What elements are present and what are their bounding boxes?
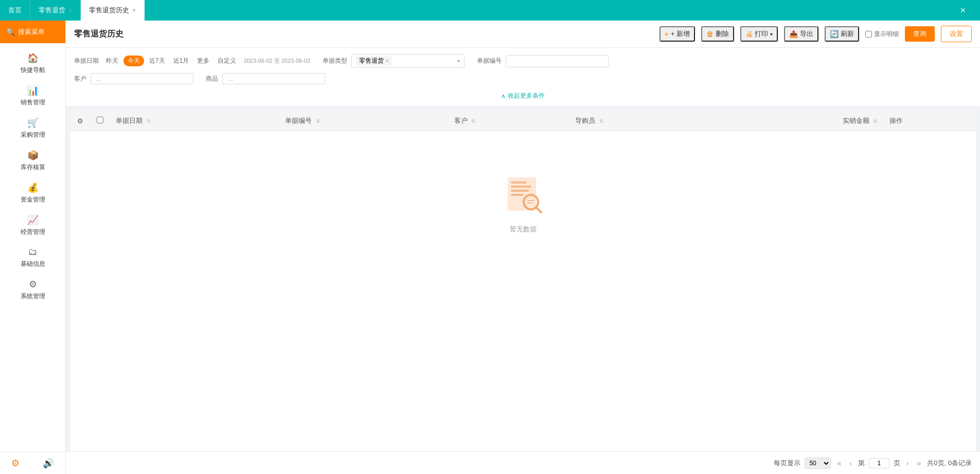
header-actions: + + 新增 🗑 删除 🖨 打印 ▾ 📤 导出 🔄 xyxy=(660,26,972,42)
voucher-type-tag: 零售退货 × xyxy=(356,56,392,66)
col-guide-sort[interactable]: ⇅ xyxy=(599,118,603,124)
col-operation-label: 操作 xyxy=(889,117,903,124)
voucher-type-label: 单据类型 xyxy=(323,57,347,65)
col-amount-sort[interactable]: ⇅ xyxy=(873,118,877,124)
page-title: 零售退货历史 xyxy=(74,29,123,40)
goods-label: 商品 xyxy=(206,75,218,83)
content-area: 零售退货历史 + + 新增 🗑 删除 🖨 打印 ▾ 📤 导出 xyxy=(66,21,980,474)
voucher-no-input[interactable] xyxy=(506,55,609,67)
sidebar-settings-btn[interactable]: ⚙ xyxy=(11,458,20,469)
filter-voucher-no: 单据编号 xyxy=(477,55,609,67)
page-label: 第 xyxy=(858,459,865,468)
sidebar-bottom: ⚙ 🔊 xyxy=(0,452,65,474)
table-header-row: ⚙ 单据日期 ⇅ 单据编号 ⇅ xyxy=(70,111,976,131)
purchase-icon: 🛒 xyxy=(27,117,39,129)
show-detail-label[interactable]: 显示明细 xyxy=(865,30,899,39)
filter-row-1: 单据日期 昨天 今天 近7天 近1月 更多 自定义 2023-06-02 至 2… xyxy=(74,54,972,68)
page-nav-next[interactable]: › xyxy=(904,458,911,468)
delete-label: 删除 xyxy=(716,29,729,39)
tab-home[interactable]: 首页 xyxy=(0,0,30,21)
filter-goods: 商品 ... xyxy=(206,73,325,84)
page-nav-first[interactable]: « xyxy=(835,458,843,468)
select-all-checkbox[interactable] xyxy=(97,117,103,123)
tab-retail-return-label: 零售退货 xyxy=(39,6,65,15)
export-icon: 📤 xyxy=(789,30,798,38)
show-detail-text: 显示明细 xyxy=(874,30,899,39)
sidebar-item-operations[interactable]: 📈 经营管理 xyxy=(0,209,65,242)
new-label: + 新增 xyxy=(671,29,690,39)
filter-voucher-type: 单据类型 零售退货 × ▾ xyxy=(323,54,465,68)
voucher-type-tag-remove[interactable]: × xyxy=(386,58,389,64)
refresh-icon: 🔄 xyxy=(830,30,839,38)
date-today[interactable]: 今天 xyxy=(123,56,144,66)
print-button[interactable]: 🖨 打印 ▾ xyxy=(740,26,778,42)
col-guide: 导购员 ⇅ xyxy=(569,111,714,131)
delete-button[interactable]: 🗑 删除 xyxy=(701,26,734,42)
date-7days[interactable]: 近7天 xyxy=(146,56,168,66)
date-range: 2023-06-02 至 2023-06-02 xyxy=(243,57,310,65)
col-date: 单据日期 ⇅ xyxy=(110,111,279,131)
tab-retail-return-history-close[interactable]: × xyxy=(132,7,136,14)
voucher-type-tag-text: 零售退货 xyxy=(359,57,384,65)
quick-nav-icon: 🏠 xyxy=(27,52,39,64)
search-menu[interactable]: 🔍 搜索菜单 xyxy=(0,21,65,43)
export-button[interactable]: 📤 导出 xyxy=(784,26,818,42)
sidebar-item-purchase-mgmt[interactable]: 🛒 采购管理 xyxy=(0,112,65,144)
window-close-btn[interactable]: × xyxy=(954,5,972,16)
sidebar-item-inventory[interactable]: 📦 库存核算 xyxy=(0,144,65,177)
tab-list: 首页 零售退货 × 零售退货历史 × xyxy=(0,0,954,21)
sidebar-audio-btn[interactable]: 🔊 xyxy=(43,458,54,469)
sidebar-item-quick-nav[interactable]: 🏠 快捷导航 xyxy=(0,47,65,80)
page-nav-last[interactable]: » xyxy=(915,458,923,468)
collapse-btn[interactable]: ∧ 收起更多条件 xyxy=(501,92,545,100)
tab-retail-return-history-label: 零售退货历史 xyxy=(89,6,129,15)
col-no-sort[interactable]: ⇅ xyxy=(316,118,320,124)
svg-rect-4 xyxy=(511,194,524,196)
sidebar-item-sales-mgmt[interactable]: 📊 销售管理 xyxy=(0,80,65,112)
col-customer-label: 客户 xyxy=(454,117,468,124)
date-1month[interactable]: 近1月 xyxy=(170,56,192,66)
sidebar-item-basic-info[interactable]: 🗂 基础信息 xyxy=(0,242,65,274)
col-check[interactable] xyxy=(91,111,110,131)
per-page-select[interactable]: 10 20 50 100 xyxy=(805,458,831,469)
sidebar-item-system-mgmt[interactable]: ⚙ 系统管理 xyxy=(0,274,65,306)
empty-illustration xyxy=(497,172,549,218)
voucher-type-select[interactable]: 零售退货 × ▾ xyxy=(351,54,465,68)
page-unit: 页 xyxy=(894,459,900,468)
page-nav-prev[interactable]: ‹ xyxy=(847,458,854,468)
col-date-sort[interactable]: ⇅ xyxy=(147,118,151,124)
customer-select-btn[interactable]: ... xyxy=(91,73,193,84)
customer-label: 客户 xyxy=(74,75,86,83)
sales-icon: 📊 xyxy=(27,85,39,96)
export-label: 导出 xyxy=(800,29,813,39)
tab-home-label: 首页 xyxy=(8,6,22,15)
collapse-icon: ∧ xyxy=(501,93,506,100)
page-input[interactable] xyxy=(869,458,889,468)
col-operation: 操作 xyxy=(883,111,976,131)
refresh-button[interactable]: 🔄 刷新 xyxy=(825,26,859,42)
set-button[interactable]: 设置 xyxy=(941,26,972,42)
top-bar: 首页 零售退货 × 零售退货历史 × × xyxy=(0,0,980,21)
date-custom[interactable]: 自定义 xyxy=(215,56,239,66)
date-yesterday[interactable]: 昨天 xyxy=(103,56,121,66)
date-more[interactable]: 更多 xyxy=(194,56,212,66)
goods-select-btn[interactable]: ... xyxy=(222,73,325,84)
col-no: 单据编号 ⇅ xyxy=(279,111,448,131)
sidebar-item-finance[interactable]: 💰 资金管理 xyxy=(0,177,65,209)
tab-retail-return-close[interactable]: × xyxy=(68,7,72,14)
col-date-label: 单据日期 xyxy=(116,117,142,124)
voucher-no-label: 单据编号 xyxy=(477,57,502,65)
new-button[interactable]: + + 新增 xyxy=(660,26,695,42)
tab-retail-return[interactable]: 零售退货 × xyxy=(30,0,81,21)
inventory-icon: 📦 xyxy=(27,150,39,161)
collapse-label: 收起更多条件 xyxy=(508,92,545,100)
col-customer-sort[interactable]: ⇅ xyxy=(471,118,475,124)
date-options: 昨天 今天 近7天 近1月 更多 自定义 xyxy=(103,56,239,66)
empty-state: 暂无数据 xyxy=(70,131,976,275)
tab-retail-return-history[interactable]: 零售退货历史 × xyxy=(81,0,145,21)
show-detail-checkbox[interactable] xyxy=(865,31,872,38)
operations-icon: 📈 xyxy=(27,214,39,226)
sidebar-item-basic-info-label: 基础信息 xyxy=(21,260,45,268)
col-settings[interactable]: ⚙ xyxy=(70,111,91,131)
query-button[interactable]: 查询 xyxy=(905,26,935,42)
